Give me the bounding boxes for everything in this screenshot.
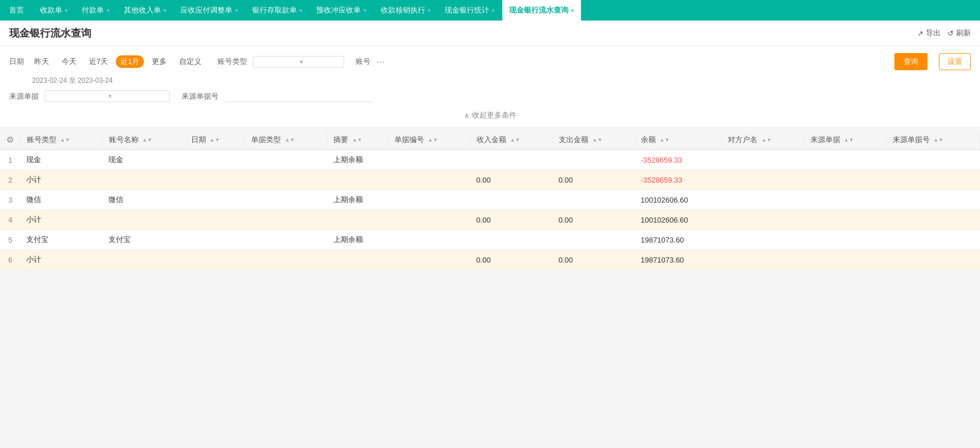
- nav-close-bank-deposit[interactable]: ×: [299, 7, 303, 14]
- sort-doc-type-icon[interactable]: ▲▼: [285, 138, 295, 143]
- nav-item-cash-bank-flow[interactable]: 现金银行流水查询 ×: [502, 0, 581, 21]
- cell-source-doc-no: [886, 230, 979, 250]
- date-yesterday[interactable]: 昨天: [30, 55, 54, 68]
- nav-item-other-income[interactable]: 其他收入单 ×: [117, 0, 174, 21]
- table-row: 5 支付宝 支付宝 上期余额 19871073.60: [0, 230, 980, 250]
- nav-close-receipts[interactable]: ×: [64, 7, 68, 14]
- cell-date: [185, 230, 245, 250]
- sort-account-type-icon[interactable]: ▲▼: [60, 138, 70, 143]
- cell-account-name: 微信: [103, 190, 185, 210]
- nav-item-payments[interactable]: 付款单 ×: [75, 0, 116, 21]
- source-doc-arrow-icon: ▾: [108, 92, 165, 100]
- cell-summary: [328, 170, 388, 190]
- cell-row-num: 2: [0, 170, 21, 190]
- nav-close-adjustment[interactable]: ×: [235, 7, 238, 14]
- cell-row-num: 1: [0, 150, 21, 170]
- nav-item-adjustment[interactable]: 应收应付调整单 ×: [174, 0, 245, 21]
- query-button[interactable]: 查询: [894, 53, 927, 70]
- nav-close-collection-execution[interactable]: ×: [428, 7, 431, 14]
- cell-doc-no: [388, 150, 470, 170]
- nav-close-cash-bank-flow[interactable]: ×: [571, 7, 574, 14]
- account-filter-group: 账号 ···: [356, 56, 387, 68]
- col-account-name: 账号名称 ▲▼: [103, 130, 185, 150]
- cell-source-doc: [804, 210, 886, 230]
- nav-close-advance-offset[interactable]: ×: [363, 7, 366, 14]
- nav-home[interactable]: 首页: [0, 0, 33, 21]
- col-doc-no: 单据编号 ▲▼: [388, 130, 470, 150]
- date-options: 昨天 今天 近7天 近1月 更多 自定义: [30, 55, 206, 68]
- table-row: 4 小计 0.00 0.00 100102606.60: [0, 210, 980, 230]
- source-doc-select[interactable]: ▾: [45, 90, 170, 102]
- cell-counterpart: [722, 210, 804, 230]
- cell-doc-no: [388, 230, 470, 250]
- cell-account-name: [103, 250, 185, 270]
- sort-income-icon[interactable]: ▲▼: [510, 138, 520, 143]
- account-more-icon[interactable]: ···: [376, 56, 385, 68]
- sort-expense-icon[interactable]: ▲▼: [592, 138, 603, 143]
- date-custom[interactable]: 自定义: [175, 55, 206, 68]
- nav-item-cash-bank-stats[interactable]: 现金银行统计 ×: [438, 0, 502, 21]
- cell-summary: 上期余额: [328, 150, 388, 170]
- table-header-row: ⚙ 账号类型 ▲▼ 账号名称 ▲▼ 日期 ▲▼ 单据类型 ▲▼: [0, 130, 980, 150]
- sort-source-doc-no-icon[interactable]: ▲▼: [933, 138, 943, 143]
- date-7days[interactable]: 近7天: [84, 55, 112, 68]
- sort-summary-icon[interactable]: ▲▼: [352, 138, 362, 143]
- sort-account-name-icon[interactable]: ▲▼: [142, 138, 152, 143]
- cell-account-name: 现金: [103, 150, 185, 170]
- settings-button[interactable]: 设置: [939, 53, 971, 70]
- nav-close-other-income[interactable]: ×: [163, 7, 167, 14]
- cell-row-num: 5: [0, 230, 21, 250]
- page-header: 现金银行流水查询 ↗ 导出 ↺ 刷新: [0, 21, 980, 46]
- nav-item-advance-offset[interactable]: 预收冲应收单 ×: [309, 0, 373, 21]
- refresh-icon: ↺: [947, 29, 954, 38]
- account-label: 账号: [356, 56, 370, 67]
- cell-income: [470, 190, 552, 210]
- cell-counterpart: [722, 230, 804, 250]
- cell-date: [185, 210, 245, 230]
- filter-row-2: 来源单据 ▾ 来源单据号: [9, 90, 971, 102]
- refresh-button[interactable]: ↺ 刷新: [947, 28, 971, 38]
- cell-doc-type: [245, 170, 328, 190]
- cell-account-type: 微信: [21, 190, 103, 210]
- cell-counterpart: [722, 170, 804, 190]
- date-more[interactable]: 更多: [147, 55, 171, 68]
- col-income: 收入金额 ▲▼: [470, 130, 552, 150]
- cell-date: [185, 170, 245, 190]
- cell-doc-type: [245, 210, 328, 230]
- cell-income: 0.00: [470, 170, 552, 190]
- nav-item-collection-execution[interactable]: 收款核销执行 ×: [374, 0, 438, 21]
- source-doc-no-input[interactable]: [224, 92, 373, 100]
- cell-expense: [552, 150, 635, 170]
- export-button[interactable]: ↗ 导出: [917, 28, 941, 38]
- cell-account-type: 支付宝: [21, 230, 103, 250]
- cell-expense: [552, 190, 635, 210]
- nav-item-receipts[interactable]: 收款单 ×: [33, 0, 75, 21]
- date-1month[interactable]: 近1月: [116, 55, 144, 68]
- cell-balance: 100102606.60: [635, 210, 722, 230]
- nav-close-payments[interactable]: ×: [106, 7, 110, 14]
- account-type-label: 账号类型: [217, 56, 247, 67]
- nav-close-cash-bank-stats[interactable]: ×: [491, 7, 495, 14]
- sort-balance-icon[interactable]: ▲▼: [660, 138, 670, 143]
- cell-balance: 100102606.60: [635, 190, 722, 210]
- account-type-select[interactable]: ▾: [253, 56, 344, 68]
- collapse-filters-button[interactable]: ∧ 收起更多条件: [9, 108, 971, 125]
- cell-date: [185, 150, 245, 170]
- cell-doc-no: [388, 250, 470, 270]
- nav-item-bank-deposit[interactable]: 银行存取款单 ×: [245, 0, 309, 21]
- cell-source-doc: [804, 250, 886, 270]
- cell-source-doc: [804, 150, 886, 170]
- sort-counterpart-icon[interactable]: ▲▼: [761, 138, 772, 143]
- gear-icon[interactable]: ⚙: [6, 135, 14, 144]
- cell-doc-no: [388, 210, 470, 230]
- cell-balance: 19871073.60: [635, 230, 722, 250]
- sort-doc-no-icon[interactable]: ▲▼: [428, 138, 438, 143]
- col-counterpart: 对方户名 ▲▼: [722, 130, 804, 150]
- cell-source-doc-no: [886, 150, 979, 170]
- sort-date-icon[interactable]: ▲▼: [209, 138, 220, 143]
- date-today[interactable]: 今天: [57, 55, 81, 68]
- cell-balance: 19871073.60: [635, 250, 722, 270]
- sort-source-doc-icon[interactable]: ▲▼: [844, 138, 854, 143]
- cell-account-type: 小计: [21, 210, 103, 230]
- cell-source-doc-no: [886, 190, 979, 210]
